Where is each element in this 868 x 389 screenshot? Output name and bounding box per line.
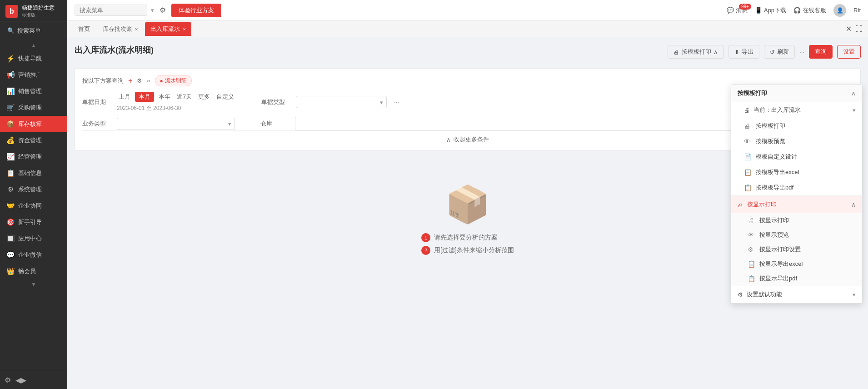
sidebar-item-wechat[interactable]: 💬 企业微信 bbox=[0, 247, 67, 263]
sidebar-item-finance[interactable]: 💰 资金管理 bbox=[0, 132, 67, 149]
tab-close-all-btn[interactable]: ✕ bbox=[846, 25, 852, 33]
wechat-icon: 💬 bbox=[6, 251, 15, 259]
sidebar-item-system[interactable]: ⚙ 系统管理 bbox=[0, 181, 67, 198]
sidebar-item-label: 新手引导 bbox=[18, 218, 42, 226]
topbar-search-input[interactable] bbox=[75, 5, 147, 16]
tabbar-controls: ✕ ⛶ bbox=[846, 25, 863, 33]
sidebar-item-sales[interactable]: 📊 销售管理 bbox=[0, 83, 67, 100]
filter-add-btn[interactable]: + bbox=[128, 77, 132, 85]
sidebar-item-marketing[interactable]: 📢 营销推广 bbox=[0, 67, 67, 83]
query-btn[interactable]: 查询 bbox=[809, 45, 833, 59]
display-settings-item[interactable]: ⚙ 按显示打印设置 bbox=[731, 242, 862, 257]
search-menu-button[interactable]: 🔍 搜索菜单 bbox=[5, 25, 63, 37]
type-more-icon[interactable]: ··· bbox=[394, 99, 399, 105]
guide-icon: 🎯 bbox=[6, 218, 15, 226]
display-print-item[interactable]: 🖨 按显示打印 bbox=[731, 213, 862, 228]
topbar-avatar[interactable]: 👤 bbox=[833, 4, 846, 17]
refresh-btn[interactable]: ↺ 刷新 bbox=[764, 45, 795, 59]
action-bar: 🖨 按模板打印 ∧ ⬆ 导出 ↺ 刷新 ··· 查询 设置 bbox=[668, 45, 861, 59]
filter-collapse-icon[interactable]: « bbox=[147, 77, 150, 84]
template-design-item[interactable]: 📄 模板自定义设计 bbox=[731, 149, 862, 165]
empty-state-steps: 1 请先选择要分析的方案 2 用[过滤]条件来缩小分析范围 bbox=[421, 233, 514, 255]
filter-settings-icon[interactable]: ⚙ bbox=[137, 77, 142, 84]
sidebar-search-area[interactable]: 🔍 搜索菜单 bbox=[0, 21, 67, 40]
topbar-service[interactable]: 🎧 在线客服 bbox=[793, 6, 826, 15]
sidebar-item-guide[interactable]: 🎯 新手引导 bbox=[0, 214, 67, 230]
business-select[interactable] bbox=[117, 118, 235, 130]
shortcut-more[interactable]: 更多 bbox=[196, 92, 212, 102]
template-print-label: 按模板打印 bbox=[756, 122, 785, 130]
template-preview-label: 按模板预览 bbox=[756, 137, 785, 145]
print-template-btn[interactable]: 🖨 按模板打印 ∧ bbox=[668, 45, 724, 59]
dropdown-template-section: 🖨 按模板打印 👁 按模板预览 📄 模板自定义设计 📋 按模板导出excel 📋 bbox=[731, 118, 862, 196]
template-design-icon: 📄 bbox=[744, 153, 752, 160]
template-preview-item[interactable]: 👁 按模板预览 bbox=[731, 134, 862, 149]
display-export-excel-item[interactable]: 📋 按显示导出excel bbox=[731, 257, 862, 271]
shortcut-7days[interactable]: 近7天 bbox=[175, 92, 194, 102]
sidebar-item-app-center[interactable]: 🔲 应用中心 bbox=[0, 230, 67, 247]
date-label: 单据日期 bbox=[82, 98, 110, 106]
topbar-settings-icon[interactable]: ⚙ bbox=[160, 6, 166, 15]
filter-header-label: 按以下方案查询 bbox=[82, 77, 124, 85]
dropdown-footer[interactable]: ⚙ 设置默认功能 ▾ bbox=[731, 286, 862, 303]
template-preview-icon: 👁 bbox=[744, 138, 752, 145]
tab-home[interactable]: 首页 bbox=[73, 22, 95, 36]
sidebar-item-purchase[interactable]: 🛒 采购管理 bbox=[0, 100, 67, 116]
sidebar-item-inventory[interactable]: 📦 库存核算 bbox=[0, 116, 67, 132]
sidebar-scroll-down[interactable]: ▼ bbox=[0, 279, 67, 289]
display-sub-items: 🖨 按显示打印 👁 按显示预览 ⚙ 按显示打印设置 📋 按显示导出excel 📋 bbox=[731, 213, 862, 286]
sidebar-item-enterprise[interactable]: 🤝 企业协同 bbox=[0, 198, 67, 214]
app-center-icon: 🔲 bbox=[6, 234, 15, 243]
topbar-app[interactable]: 📱 App下载 bbox=[755, 6, 786, 15]
settings-btn[interactable]: 设置 bbox=[837, 45, 861, 59]
business-icon: 📈 bbox=[6, 153, 15, 161]
shortcut-last-month[interactable]: 上月 bbox=[117, 92, 132, 102]
export-btn[interactable]: ⬆ 导出 bbox=[728, 45, 759, 59]
template-export-pdf-item[interactable]: 📋 按模板导出pdf bbox=[731, 180, 862, 195]
sidebar-logo: b 畅捷通好生意 标准版 bbox=[0, 0, 67, 21]
tab-flow-close[interactable]: × bbox=[183, 26, 185, 32]
step-2-text: 用[过滤]条件来缩小分析范围 bbox=[434, 246, 514, 254]
sidebar-item-member[interactable]: 👑 畅会员 bbox=[0, 263, 67, 279]
sidebar-scroll-up[interactable]: ▲ bbox=[0, 40, 67, 50]
topbar-dropdown-icon[interactable]: ▾ bbox=[151, 7, 154, 14]
marketing-icon: 📢 bbox=[6, 71, 15, 79]
template-print-item[interactable]: 🖨 按模板打印 bbox=[731, 118, 862, 134]
display-settings-icon: ⚙ bbox=[748, 246, 756, 253]
tab-maximize-btn[interactable]: ⛶ bbox=[855, 25, 863, 33]
sidebar-item-label: 销售管理 bbox=[18, 87, 42, 95]
shortcut-custom[interactable]: 自定义 bbox=[215, 92, 236, 102]
msg-badge: 99+ bbox=[739, 4, 751, 10]
shortcut-this-year[interactable]: 本年 bbox=[157, 92, 172, 102]
display-section-label: 按显示打印 bbox=[747, 200, 777, 209]
tab-batch-close[interactable]: × bbox=[135, 26, 138, 32]
sidebar-item-basic[interactable]: 📋 基础信息 bbox=[0, 165, 67, 181]
sidebar-item-label: 营销推广 bbox=[18, 71, 42, 79]
display-preview-item[interactable]: 👁 按显示预览 bbox=[731, 228, 862, 242]
app-dl-label: App下载 bbox=[764, 6, 786, 15]
tab-batch[interactable]: 库存批次账 × bbox=[97, 22, 143, 36]
dropdown-current-item[interactable]: 🖨 当前：出入库流水 ▾ bbox=[731, 102, 862, 118]
display-section-header[interactable]: 🖨 按显示打印 ∧ bbox=[731, 196, 862, 213]
filter-active-tag[interactable]: ● 流水明细 bbox=[155, 75, 192, 86]
template-export-excel-item[interactable]: 📋 按模板导出excel bbox=[731, 165, 862, 180]
sidebar-item-business[interactable]: 📈 经营管理 bbox=[0, 149, 67, 165]
template-export-pdf-label: 按模板导出pdf bbox=[756, 184, 793, 192]
dropdown-current-label: 当前：出入库流水 bbox=[753, 106, 801, 114]
topbar-msg[interactable]: 💬 消息 99+ bbox=[727, 6, 748, 15]
tab-flow[interactable]: 出入库流水 × bbox=[145, 22, 191, 36]
topbar-username[interactable]: Rit bbox=[853, 7, 861, 14]
sales-icon: 📊 bbox=[6, 87, 15, 95]
sidebar-collapse-icon[interactable]: ◀▶ bbox=[15, 376, 26, 384]
action-more-icon[interactable]: ··· bbox=[799, 49, 804, 55]
page-content: 出入库流水(流水明细) 🖨 按模板打印 ∧ ⬆ 导出 ↺ 刷新 ··· 查询 设… bbox=[67, 37, 868, 389]
sidebar-settings-icon[interactable]: ⚙ bbox=[5, 376, 11, 384]
type-select[interactable] bbox=[296, 96, 387, 108]
display-export-pdf-item[interactable]: 📋 按显示导出pdf bbox=[731, 271, 862, 286]
empty-state-image: 📦 bbox=[445, 183, 490, 226]
dropdown-current-section: 🖨 当前：出入库流水 ▾ bbox=[731, 102, 862, 118]
shortcut-this-month[interactable]: 本月 bbox=[135, 92, 154, 102]
dropdown-close-chevron[interactable]: ∧ bbox=[851, 90, 856, 97]
sidebar-item-quick-nav[interactable]: ⚡ 快捷导航 bbox=[0, 50, 67, 67]
trial-btn[interactable]: 体验行业方案 bbox=[171, 4, 221, 17]
